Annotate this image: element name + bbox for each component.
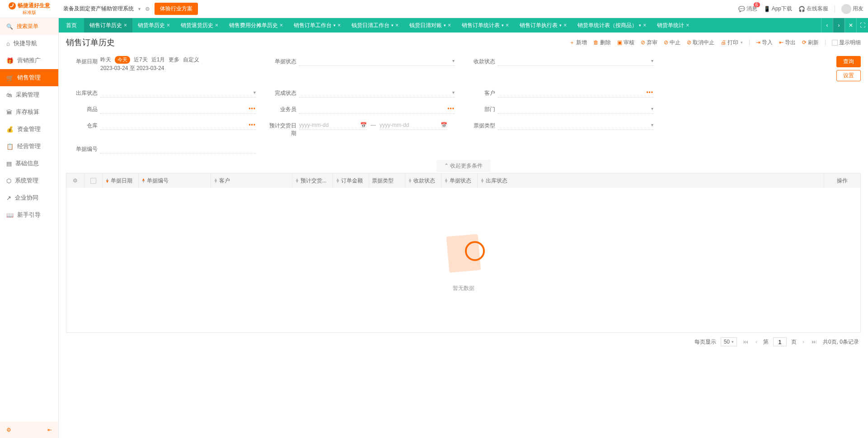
- col-doc-no[interactable]: ▲▼单据编号: [139, 173, 211, 188]
- salesman-picker[interactable]: •••: [299, 104, 455, 114]
- col-eta[interactable]: ▲▼预计交货...: [292, 173, 333, 188]
- refresh-button[interactable]: ⟳刷新: [802, 39, 819, 47]
- tab-4[interactable]: 销售订单工作台▾×: [288, 18, 346, 33]
- sidebar-item-10[interactable]: 📖新手引导: [0, 206, 58, 224]
- sidebar-search[interactable]: 🔍 搜索菜单: [0, 18, 58, 35]
- audit-label: 审核: [624, 39, 634, 47]
- finish-status-select[interactable]: ▾: [299, 88, 455, 98]
- warehouse-picker[interactable]: •••: [100, 120, 256, 130]
- product-picker[interactable]: •••: [100, 104, 256, 114]
- sidebar-item-7[interactable]: ▤基础信息: [0, 155, 58, 172]
- col-invoice-type[interactable]: 票据类型: [369, 173, 405, 188]
- collapse-filters-button[interactable]: ⌃ 收起更多条件: [436, 160, 491, 172]
- tab-2[interactable]: 销货退货历史×: [175, 18, 224, 33]
- tab-1[interactable]: 销货单历史×: [132, 18, 175, 33]
- system-name[interactable]: 装备及固定资产辅助管理系统: [63, 5, 134, 13]
- sidebar-item-6[interactable]: 📋经营管理: [0, 138, 58, 155]
- date-opt-today[interactable]: 今天: [115, 56, 130, 64]
- tab-3[interactable]: 销售费用分摊单历史×: [224, 18, 288, 33]
- import-button[interactable]: ⇥导入: [756, 39, 773, 47]
- close-icon[interactable]: ×: [124, 22, 127, 28]
- tab-7[interactable]: 销售订单统计表▾×: [456, 18, 514, 33]
- col-customer[interactable]: ▲▼客户: [211, 173, 292, 188]
- audit-button[interactable]: ▣审核: [617, 39, 634, 47]
- setting-button[interactable]: 设置: [836, 70, 861, 81]
- customer-picker[interactable]: •••: [498, 88, 653, 98]
- pay-status-select[interactable]: ▾: [498, 56, 653, 66]
- date-opt-1m[interactable]: 近1月: [151, 56, 165, 64]
- sidebar-item-8[interactable]: ⬡系统管理: [0, 172, 58, 189]
- sidebar-item-2[interactable]: 🛒销售管理: [0, 69, 58, 86]
- tab-10[interactable]: 销货单统计×: [652, 18, 694, 33]
- page-next[interactable]: ›: [801, 339, 806, 345]
- eta-from-input[interactable]: yyyy-mm-dd📅: [299, 120, 367, 130]
- tabs-scroll-right[interactable]: ›: [833, 18, 845, 33]
- close-icon[interactable]: ×: [506, 22, 509, 28]
- col-amount[interactable]: ▲▼订单金额: [333, 173, 369, 188]
- col-out-status[interactable]: ▲▼出库状态: [478, 173, 824, 188]
- tab-0[interactable]: 销售订单历史×: [84, 18, 132, 33]
- tab-close-all[interactable]: ✕: [845, 18, 856, 33]
- query-button[interactable]: 查询: [836, 56, 861, 67]
- close-icon[interactable]: ×: [395, 22, 399, 28]
- user-menu[interactable]: 用友: [841, 4, 863, 14]
- chevron-down-icon[interactable]: ▾: [138, 6, 141, 11]
- tabs-scroll-left[interactable]: ‹: [821, 18, 833, 33]
- close-icon[interactable]: ×: [215, 22, 218, 28]
- tab-home[interactable]: 首页: [59, 18, 84, 33]
- sidebar-item-1[interactable]: 🎁营销推广: [0, 52, 58, 69]
- industry-plan-button[interactable]: 体验行业方案: [155, 3, 198, 15]
- tab-6[interactable]: 钱货日清对账▾×: [404, 18, 456, 33]
- invoice-type-select[interactable]: ▾: [498, 120, 653, 130]
- delete-button[interactable]: 🗑删除: [593, 39, 611, 47]
- col-settings[interactable]: ⚙: [66, 173, 84, 188]
- sidebar-item-9[interactable]: ↗企业协同: [0, 189, 58, 206]
- date-opt-more[interactable]: 更多: [169, 56, 179, 64]
- col-pay-status[interactable]: ▲▼收款状态: [405, 173, 441, 188]
- close-icon[interactable]: ×: [448, 22, 451, 28]
- date-opt-yesterday[interactable]: 昨天: [100, 56, 111, 64]
- doc-no-input[interactable]: [100, 144, 256, 154]
- page-size-select[interactable]: 50▾: [721, 337, 737, 346]
- date-opt-7d[interactable]: 近7天: [134, 56, 148, 64]
- sidebar-item-0[interactable]: ⌂快捷导航: [0, 35, 58, 52]
- tab-9[interactable]: 销货单统计表（按商品）▾×: [572, 18, 652, 33]
- out-status-select[interactable]: ▾: [100, 88, 256, 98]
- doc-status-select[interactable]: ▾: [299, 56, 455, 66]
- close-icon[interactable]: ×: [686, 22, 689, 28]
- sidebar-item-4[interactable]: 🏛库存核算: [0, 103, 58, 121]
- tab-fullscreen[interactable]: ⛶: [856, 18, 868, 33]
- add-button[interactable]: ＋新增: [569, 39, 587, 47]
- sidebar-collapse-icon[interactable]: ⇤: [47, 427, 52, 433]
- page-input[interactable]: [773, 337, 787, 346]
- unsuspend-button[interactable]: ⊘取消中止: [687, 39, 714, 47]
- sidebar-settings-icon[interactable]: ⚙: [6, 427, 11, 433]
- support-button[interactable]: 🎧 在线客服: [798, 5, 828, 13]
- messages-button[interactable]: 💬 消息 6: [738, 5, 757, 13]
- print-button[interactable]: 🖨打印: [721, 39, 743, 47]
- tab-8[interactable]: 销售订单执行表▾×: [514, 18, 572, 33]
- date-opt-custom[interactable]: 自定义: [183, 56, 199, 64]
- abandon-button[interactable]: ⊘弃审: [641, 39, 657, 47]
- close-icon[interactable]: ×: [563, 22, 567, 28]
- col-doc-date[interactable]: ▲▼单据日期: [103, 173, 139, 188]
- sidebar-item-3[interactable]: 🛍采购管理: [0, 86, 58, 103]
- page-prev[interactable]: ‹: [754, 339, 759, 345]
- settings-icon[interactable]: ⚙: [145, 6, 150, 12]
- page-first[interactable]: ⏮: [741, 339, 750, 345]
- close-icon[interactable]: ×: [338, 22, 341, 28]
- suspend-button[interactable]: ⊘中止: [664, 39, 680, 47]
- export-button[interactable]: ⇤导出: [779, 39, 796, 47]
- close-icon[interactable]: ×: [167, 22, 170, 28]
- app-download-button[interactable]: 📱 App下载: [764, 5, 792, 13]
- close-icon[interactable]: ×: [643, 22, 646, 28]
- col-checkbox[interactable]: [84, 173, 103, 188]
- eta-to-input[interactable]: yyyy-mm-dd📅: [380, 120, 447, 130]
- col-doc-status[interactable]: ▲▼单据状态: [441, 173, 478, 188]
- sidebar-item-5[interactable]: 💰资金管理: [0, 121, 58, 138]
- dept-select[interactable]: ▾: [498, 104, 653, 114]
- page-last[interactable]: ⏭: [810, 339, 818, 345]
- close-icon[interactable]: ×: [280, 22, 283, 28]
- tab-5[interactable]: 钱货日清工作台▾×: [346, 18, 404, 33]
- show-detail-toggle[interactable]: 显示明细: [832, 39, 861, 47]
